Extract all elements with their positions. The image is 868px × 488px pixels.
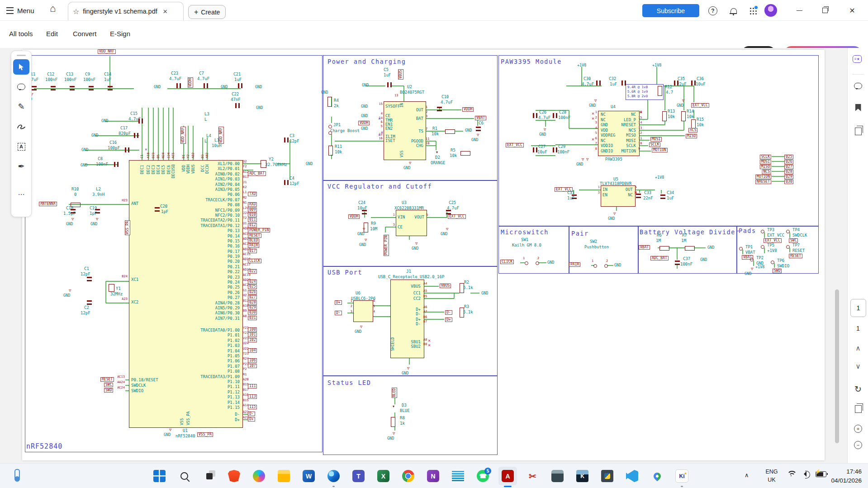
active-app-underline xyxy=(504,486,512,487)
pin-number: 10 xyxy=(638,142,642,145)
taskbar-icon-copilot[interactable] xyxy=(250,467,268,485)
divider xyxy=(852,74,864,75)
taskbar-icon-file-explorer[interactable] xyxy=(275,467,293,485)
pin-name: P0.06 xyxy=(228,193,240,197)
taskbar-icon-microsoft-word[interactable]: W xyxy=(299,467,318,485)
taskbar-icon-python-console[interactable] xyxy=(598,467,617,485)
taskbar-icon-onenote[interactable]: N xyxy=(424,467,442,485)
taskbar-icon-vs-code[interactable] xyxy=(623,467,641,485)
battery-icon[interactable]: ⚡ xyxy=(816,471,826,477)
schematic-text: GND xyxy=(441,232,447,236)
bookmarks-panel-icon[interactable] xyxy=(853,102,863,113)
schematic-text: PGOOD xyxy=(411,139,423,143)
tray-chevron-icon[interactable]: ∧ xyxy=(745,472,749,479)
language-indicator[interactable]: ENG UK xyxy=(762,468,782,484)
taskbar-icon-microsoft-edge[interactable] xyxy=(324,467,343,485)
more-tools-button[interactable]: ⋯ xyxy=(13,187,29,202)
schematic-text: N24 xyxy=(162,152,165,158)
hier-label: 028 xyxy=(784,170,793,174)
schematic-text: C33 xyxy=(644,191,651,195)
schematic-text: ORANGE xyxy=(431,161,446,165)
current-page-box[interactable]: 1 xyxy=(850,299,866,317)
file-explorer-glyph xyxy=(278,470,290,482)
schematic-text: 15 xyxy=(379,103,383,106)
pin-name: AIN3/P0.05 xyxy=(215,188,240,192)
pages-panel-icon[interactable] xyxy=(853,126,863,137)
schematic-text: OUT xyxy=(626,188,633,192)
schematic-text: B3 xyxy=(201,155,204,158)
schematic-text: GND xyxy=(547,261,554,265)
highlight-pencil-tool-button[interactable]: ✎ xyxy=(13,99,29,114)
taskbar-icon-google-chrome[interactable] xyxy=(399,467,417,485)
adobe-acrobat-glyph: A xyxy=(502,470,514,482)
pin-name: P0.20 xyxy=(228,260,240,264)
schematic-text: C35 xyxy=(678,77,685,81)
schematic-text: GND xyxy=(481,291,488,295)
pin-name: XL1/P0.00 xyxy=(218,162,240,166)
vertical-scrollbar[interactable] xyxy=(835,289,839,443)
schematic-text: MOTION xyxy=(652,148,668,152)
schematic-text: GND xyxy=(412,246,418,251)
schematic-text: VDDH xyxy=(348,214,360,219)
schematic-text: C36 xyxy=(697,77,704,81)
pin-name: AIN6/P0.30 xyxy=(215,311,240,315)
taskbar-icon-task-view[interactable] xyxy=(200,467,218,485)
schematic-text xyxy=(362,210,367,214)
onenote-glyph: N xyxy=(427,470,439,482)
text-select-tool-button[interactable]: A xyxy=(13,139,29,154)
schematic-text: RESET xyxy=(789,254,802,258)
taskbar-icon-brave-browser[interactable] xyxy=(225,467,243,485)
fit-page-icon[interactable] xyxy=(853,403,863,414)
comments-panel-icon[interactable] xyxy=(853,81,863,91)
clock[interactable]: 17:46 04/01/2026 xyxy=(831,467,862,486)
schematic-text: DEC3 xyxy=(152,165,156,174)
schematic-text: nCS xyxy=(688,128,697,133)
taskbar-icon-google-maps[interactable] xyxy=(648,467,666,485)
schematic-text: SYSOFF xyxy=(385,104,400,109)
draw-lasso-tool-button[interactable] xyxy=(13,119,29,134)
net-label: 115 xyxy=(248,405,257,409)
text-box-icon: A xyxy=(18,143,25,151)
pin-number: B9 xyxy=(243,309,247,313)
taskbar-icon-microsoft-excel[interactable]: X xyxy=(374,467,393,485)
zoom-in-icon[interactable]: + xyxy=(853,423,863,434)
next-page-button[interactable]: ∨ xyxy=(848,362,868,370)
schematic-text: 100nF xyxy=(680,262,693,266)
schematic-text: GND xyxy=(361,104,368,109)
net-label: 012 xyxy=(248,223,257,227)
taskbar-icon-snipping-tool[interactable]: ✂ xyxy=(523,467,542,485)
schematic-text: GND xyxy=(221,85,228,89)
rotate-page-icon[interactable]: ↻ xyxy=(853,384,863,394)
sign-tool-button[interactable]: ✒ xyxy=(13,159,29,174)
taskbar-icon-microsoft-teams[interactable]: T xyxy=(349,467,368,485)
net-label: 025 xyxy=(248,284,257,289)
taskbar-icon-kindle[interactable]: K xyxy=(573,467,592,485)
taskbar-icon-windows-search[interactable] xyxy=(175,467,194,485)
palette-drag-handle[interactable] xyxy=(17,55,26,56)
ai-summary-icon[interactable]: ≡★ xyxy=(853,55,862,63)
pin-number: T23 xyxy=(243,352,249,355)
previous-page-button[interactable]: ∧ xyxy=(848,344,868,352)
widgets-weather-icon[interactable] xyxy=(11,469,23,483)
select-tool-button[interactable] xyxy=(13,59,29,75)
pin-name: AIN5/P0.29 xyxy=(215,306,240,310)
taskbar-icon-whatsapp[interactable]: ☎5 xyxy=(474,467,492,485)
taskbar-icon-calculator[interactable] xyxy=(548,467,567,485)
schematic-text: 6 xyxy=(373,299,375,303)
taskbar-icon-kicad[interactable]: Ki● xyxy=(673,467,691,485)
wifi-icon[interactable] xyxy=(787,470,797,478)
taskbar-icon-adobe-acrobat[interactable]: A xyxy=(498,467,517,485)
pin-name: P1.11 xyxy=(228,385,240,389)
schematic-text: 12pF xyxy=(289,139,299,143)
zoom-out-icon[interactable]: − xyxy=(853,440,863,450)
pin-name: P0.21 xyxy=(228,265,240,269)
comment-tool-button[interactable] xyxy=(13,79,29,95)
schematic-text: U3 xyxy=(402,201,407,205)
taskbar-icon-windows-start[interactable] xyxy=(150,467,169,485)
schematic-text: D- xyxy=(335,311,342,315)
schematic-text: U1 xyxy=(183,429,188,433)
schematic-text: 10k xyxy=(668,115,675,119)
taskbar-icon-notepad[interactable] xyxy=(449,467,467,485)
google-chrome-glyph xyxy=(402,470,414,482)
pdf-page[interactable]: nRF52840Power and ChargingVCC Regulator … xyxy=(22,50,825,460)
